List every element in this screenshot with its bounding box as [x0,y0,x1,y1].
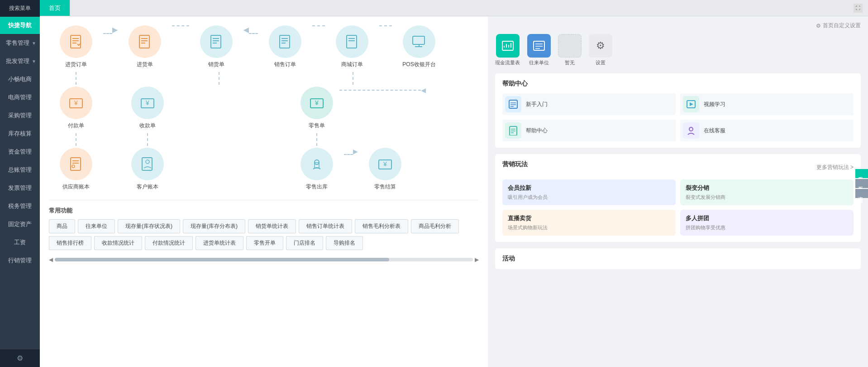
func-button-14[interactable]: 导购排名 [326,236,363,250]
sidebar-item-retail[interactable]: 零售管理 ▼ [0,34,40,52]
scroll-left-arrow[interactable]: ◀ [49,256,53,263]
tabbar: 首页 ⛶ [40,0,868,16]
marketing-item-fission[interactable]: 裂变分销 裂变式发展分销商 [680,179,854,205]
arrow-right-1: ▶ [103,25,118,48]
func-button-6[interactable]: 销售毛利分析表 [355,219,408,233]
sidebar-item-ecommgmt[interactable]: 电商管理 [0,88,40,106]
sidebar-item-assets[interactable]: 固定资产 [0,215,40,233]
node-label-purchase: 进货单 [137,61,153,68]
scroll-thumb [55,258,389,261]
help-item-video[interactable]: 视频学习 [680,93,854,115]
node-supplier-book[interactable]: 供应商账本 [49,148,103,191]
quick-icon-empty[interactable]: 暂无 [558,34,582,66]
expand-button[interactable]: ⛶ [854,4,868,13]
float-desktop[interactable]: 桌面快捷 [855,189,868,198]
left-panel: 进货订单 ▶ 进货单 [40,16,488,367]
customize-label[interactable]: 首页自定义设置 [823,22,861,29]
sidebar-item-inventory[interactable]: 库存核算 [0,125,40,143]
func-button-12[interactable]: 零售开单 [246,236,283,250]
node-purchase[interactable]: 进货单 [118,25,172,68]
help-item-beginner[interactable]: 新手入门 [502,93,676,115]
func-button-10[interactable]: 付款情况统计 [145,236,193,250]
settings-label: 设置 [596,59,606,66]
node-sale-order[interactable]: 销售订单 [258,25,312,68]
node-label-sale-order: 销售订单 [274,61,296,68]
quick-icon-settings[interactable]: ⚙ 设置 [589,34,612,66]
func-button-5[interactable]: 销售订单统计表 [299,219,352,233]
sidebar-item-finance[interactable]: 资金管理 [0,143,40,161]
node-label-retail-outbound: 零售出库 [306,183,328,191]
node-purchase-order[interactable]: 进货订单 [49,25,103,68]
svg-point-34 [315,160,319,164]
node-circle-sale [200,25,233,58]
node-retail-settle[interactable]: ¥ 零售结算 [358,148,412,191]
float-customer-service[interactable]: 客服热线 [855,169,868,178]
common-functions-section: 常用功能 商品往来单位现存量(库存状况表)现存量(库存分布表)销货单统计表销售订… [49,200,479,250]
node-mall-order[interactable]: 商城订单 [325,25,379,68]
node-receipt[interactable]: ¥ 收款单 [120,87,175,130]
func-button-grid: 商品往来单位现存量(库存状况表)现存量(库存分布表)销货单统计表销售订单统计表销… [49,219,479,250]
svg-rect-4 [139,35,149,48]
common-functions-title: 常用功能 [49,207,479,215]
node-label-receipt: 收款单 [139,122,156,130]
node-retail[interactable]: ¥ 零售单 [290,87,344,130]
func-button-1[interactable]: 往来单位 [78,219,115,233]
node-payment[interactable]: ¥ 付款单 [49,87,103,130]
node-circle-retail: ¥ [300,87,333,119]
func-button-11[interactable]: 进货单统计表 [196,236,243,250]
svg-text:¥: ¥ [74,99,78,106]
sidebar-item-wholesale[interactable]: 批发管理 ▼ [0,52,40,70]
func-button-3[interactable]: 现存量(库存分布表) [183,219,245,233]
scroll-track[interactable] [55,258,473,261]
sidebar-item-tax[interactable]: 税务管理 [0,197,40,215]
node-pos[interactable]: POS收银开台 [392,25,446,68]
sidebar-settings-button[interactable]: ⚙ [0,349,40,367]
scroll-right-arrow[interactable]: ▶ [475,256,479,263]
sidebar-item-marketing-mgmt[interactable]: 行销管理 [0,251,40,270]
tab-home[interactable]: 首页 [40,0,70,16]
arrow-pos-retail: ▶ [339,87,426,106]
node-retail-outbound[interactable]: 零售出库 [290,148,344,191]
group-desc: 拼团购物享受优惠 [686,224,848,231]
func-button-7[interactable]: 商品毛利分析 [411,219,459,233]
func-button-4[interactable]: 销货单统计表 [248,219,296,233]
content-area: 进货订单 ▶ 进货单 [40,16,868,367]
member-title: 会员拉新 [508,184,670,192]
marketing-item-group[interactable]: 多人拼团 拼团购物享受优惠 [680,210,854,236]
marketing-item-member[interactable]: 会员拉新 吸引用户成为会员 [502,179,676,205]
more-marketing-link[interactable]: 更多营销玩法 > [816,164,854,171]
func-button-13[interactable]: 门店排名 [286,236,323,250]
flow-row-2: ¥ 付款单 ¥ 收款单 [49,87,479,130]
sidebar-item-invoice[interactable]: 发票管理 [0,179,40,197]
arrow-outbound-settle: ▶ [344,148,358,169]
node-customer-book[interactable]: 客户账本 [120,148,175,191]
chevron-icon: ▼ [32,59,36,64]
sidebar-search[interactable]: 搜索菜单 [0,0,40,17]
sidebar-item-ecom[interactable]: 小畅电商 [0,70,40,88]
svg-rect-19 [413,36,424,44]
help-item-docs[interactable]: 帮助中心 [502,120,676,141]
sidebar-quicknav[interactable]: 快捷导航 [0,17,40,34]
sidebar-item-ledger[interactable]: 总账管理 [0,161,40,179]
func-button-8[interactable]: 销售排行榜 [49,236,91,250]
help-item-support[interactable]: 在线客服 [680,120,854,141]
quick-icon-cashflow[interactable]: 现金流量表 [495,34,520,66]
svg-text:¥: ¥ [383,160,387,168]
empty-icon-box [558,34,582,58]
beginner-icon [505,96,521,112]
sidebar-item-payroll[interactable]: 工资 [0,233,40,251]
node-sale[interactable]: 销货单 [189,25,243,68]
chevron-icon: ▼ [32,41,36,46]
sidebar-item-purchase[interactable]: 采购管理 [0,106,40,125]
cashflow-label: 现金流量表 [495,59,520,66]
quick-icon-contacts[interactable]: 往来单位 [527,34,551,66]
func-button-2[interactable]: 现存量(库存状况表) [118,219,180,233]
contacts-label: 往来单位 [529,59,549,66]
node-circle-customer-book [131,148,164,180]
func-button-0[interactable]: 商品 [49,219,75,233]
marketing-item-live[interactable]: 直播卖货 场景式购物新玩法 [502,210,676,236]
float-community[interactable]: 服务社区 [855,179,868,188]
scrollbar-area: ◀ ▶ [49,254,479,266]
expand-icon[interactable]: ⛶ [854,4,863,13]
func-button-9[interactable]: 收款情况统计 [94,236,142,250]
